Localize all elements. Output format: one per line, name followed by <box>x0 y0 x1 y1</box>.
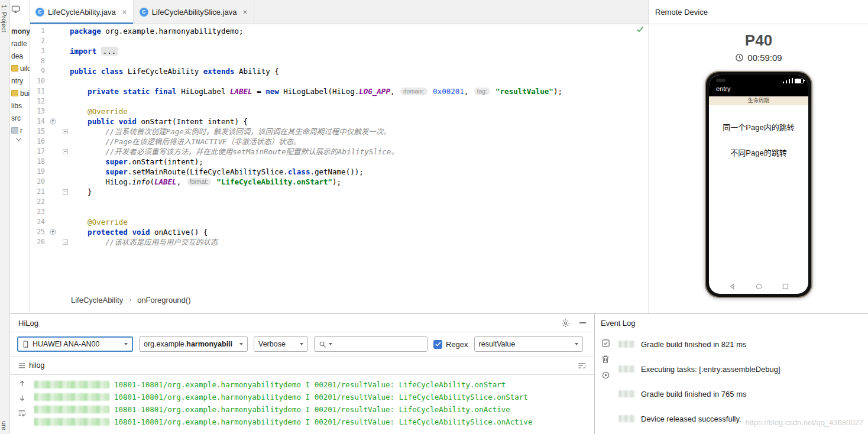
hilog-lines[interactable]: 10801-10801/org.example.harmonyabilityde… <box>34 374 594 434</box>
gutter-spacer <box>45 167 60 177</box>
gutter-spacer <box>45 197 60 207</box>
breadcrumb-class[interactable]: LifeCycleAbility <box>71 296 123 305</box>
gutter-spacer <box>45 157 60 167</box>
regex-checkbox[interactable]: Regex <box>433 340 468 349</box>
close-icon[interactable] <box>122 9 127 15</box>
log-filter-selector[interactable]: resultValue <box>474 336 583 352</box>
breadcrumb-member[interactable]: onForeground() <box>137 296 190 305</box>
project-item-label: uild <box>20 64 30 73</box>
line-number: 1 <box>30 26 45 36</box>
scroll-down-icon[interactable] <box>18 394 26 402</box>
fold-spacer <box>60 36 70 46</box>
fold-icon[interactable] <box>60 147 70 157</box>
code-text: super.onStart(intent); <box>70 157 642 167</box>
nav-home-icon[interactable] <box>756 283 762 290</box>
phone-content: 同一个Page内的跳转 不同Page的跳转 <box>709 105 808 278</box>
line-number: 11 <box>30 86 45 96</box>
code-text: private static final HiLogLabel LABEL = … <box>70 86 642 96</box>
button-same-page-jump[interactable]: 同一个Page内的跳转 <box>709 121 808 132</box>
trash-icon[interactable] <box>601 355 610 364</box>
event-log-entries[interactable]: Gradle build finished in 821 msExecuting… <box>618 332 864 431</box>
app-bar-label: entry <box>714 85 804 92</box>
chevron-down-icon[interactable] <box>16 138 21 141</box>
line-number: 26 <box>30 237 45 247</box>
device-selector[interactable]: HUAWEI ANA-AN00 <box>17 336 133 352</box>
project-item-label: ntry <box>11 77 23 85</box>
package-selector[interactable]: org.example.harmonyabili <box>139 336 248 352</box>
line-number: 9 <box>30 66 45 76</box>
fold-spacer <box>60 167 70 177</box>
hilog-header: HiLog <box>10 314 594 332</box>
project-tree: monyAradledeauildntrybuillibssrcr <box>11 25 30 137</box>
project-item[interactable]: src <box>11 112 30 124</box>
project-item[interactable]: monyA <box>11 25 30 37</box>
nav-back-icon[interactable] <box>729 283 736 290</box>
inspection-ok-icon[interactable] <box>636 26 644 33</box>
project-item[interactable]: dea <box>11 50 30 62</box>
fold-spacer <box>60 157 70 167</box>
code-text: protected void onActive() { <box>70 227 642 237</box>
device-name: P40 <box>649 31 868 50</box>
code-line: 22 <box>30 197 642 207</box>
code-line: 15 //当系统首次创建Page实例时，触发该回调，该回调在其生命周期过程中仅触… <box>30 127 642 137</box>
tab-lifecycleabilityslice[interactable]: C LifeCycleAbilitySlice.java <box>134 0 255 24</box>
fold-icon[interactable] <box>60 187 70 197</box>
event-log-entry: Gradle build finished in 765 ms <box>618 381 864 406</box>
override-icon[interactable] <box>45 116 60 127</box>
minimize-icon[interactable] <box>579 322 586 323</box>
tab-lifecycleability[interactable]: C LifeCycleAbility.java <box>30 0 134 24</box>
device-selector-value: HUAWEI ANA-AN00 <box>33 340 99 348</box>
soft-wrap-icon[interactable] <box>578 362 586 370</box>
project-item[interactable]: r <box>11 124 30 137</box>
gutter-spacer <box>45 76 60 86</box>
fold-icon[interactable] <box>60 127 70 137</box>
breadcrumb: LifeCycleAbility › onForeground() <box>30 291 649 309</box>
code-area[interactable]: 1package org.example.harmonyabilitydemo;… <box>30 24 642 289</box>
fold-spacer <box>60 227 70 237</box>
wrap-lines-icon[interactable] <box>18 409 26 417</box>
close-icon[interactable] <box>242 9 248 15</box>
code-line: 21 } <box>30 187 642 197</box>
record-target-icon[interactable] <box>601 371 610 380</box>
project-tool-icon[interactable] <box>11 5 20 14</box>
redacted-timestamp <box>34 418 109 426</box>
project-item[interactable]: buil <box>11 87 30 99</box>
line-number: 12 <box>30 96 45 106</box>
search-input[interactable] <box>335 339 423 349</box>
nav-recent-icon[interactable] <box>782 283 789 290</box>
scroll-up-icon[interactable] <box>18 380 26 387</box>
log-level-selector[interactable]: Verbose <box>254 336 308 352</box>
phone-mockup: entry 生命周期 同一个Page内的跳转 不同Page的跳转 <box>705 71 812 298</box>
button-diff-page-jump[interactable]: 不同Page的跳转 <box>709 147 808 158</box>
line-number: 10 <box>30 76 45 86</box>
ide-window: 1: Project ure monyAradledeauildntrybuil… <box>0 0 868 434</box>
chevron-down-icon <box>239 343 243 345</box>
line-number: 23 <box>30 207 45 217</box>
code-text: public class LifeCycleAbility extends Ab… <box>70 66 642 76</box>
tab-hilog[interactable]: hilog <box>18 361 44 370</box>
tool-button-structure[interactable]: ure <box>1 421 8 430</box>
gutter-spacer <box>45 177 60 187</box>
code-text: @Override <box>70 106 642 116</box>
project-item[interactable]: libs <box>11 99 30 112</box>
project-item[interactable]: ntry <box>11 75 30 87</box>
log-search-field[interactable] <box>314 336 427 352</box>
project-item[interactable]: uild <box>11 62 30 75</box>
override-icon[interactable] <box>45 227 60 237</box>
project-item-label: buil <box>20 89 30 98</box>
code-line: 16 //Page在该逻辑后将进入INACTIVE（非激活状态）状态。 <box>30 137 642 147</box>
fold-icon[interactable] <box>60 237 70 247</box>
chevron-down-icon <box>300 343 303 345</box>
tool-button-project[interactable]: 1: Project <box>1 5 8 32</box>
code-text: public void onStart(Intent intent) { <box>70 116 642 127</box>
code-text: //当系统首次创建Page实例时，触发该回调，该回调在其生命周期过程中仅触发一次… <box>70 127 642 137</box>
breadcrumb-separator: › <box>129 296 131 304</box>
code-text: import ... <box>70 46 642 56</box>
gutter-spacer <box>45 56 60 66</box>
code-line: 9public class LifeCycleAbility extends A… <box>30 66 642 76</box>
project-item[interactable]: radle <box>11 37 30 50</box>
code-text: @Override <box>70 217 642 227</box>
code-text <box>70 56 642 66</box>
event-settings-icon[interactable] <box>601 339 610 348</box>
settings-gear-icon[interactable] <box>561 319 570 328</box>
